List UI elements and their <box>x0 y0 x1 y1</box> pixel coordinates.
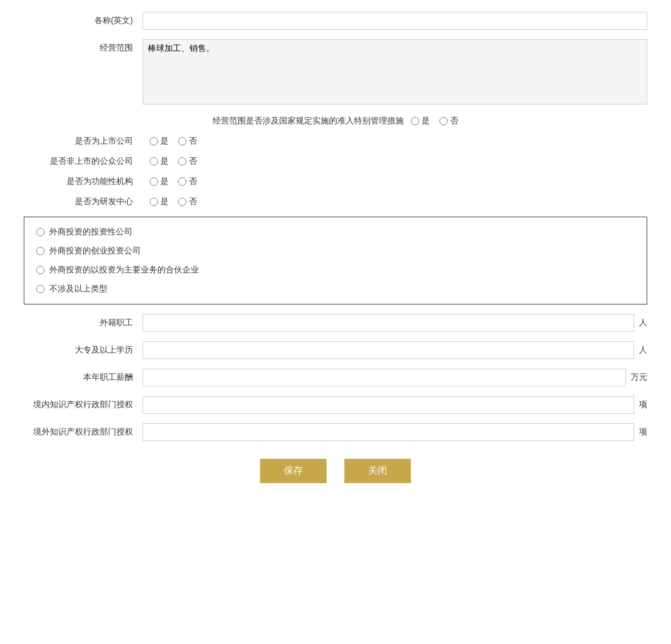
domestic-ip-label: 境内知识产权行政部门授权 <box>24 399 143 410</box>
functional-no-label: 否 <box>189 176 197 187</box>
business-scope-textarea[interactable]: 棒球加工、销售。 <box>143 39 647 104</box>
listed-no-label: 否 <box>189 136 197 147</box>
non-listed-no-label: 否 <box>189 156 197 167</box>
functional-yes[interactable]: 是 <box>150 176 169 187</box>
listed-company-row: 是否为上市公司 是 否 <box>24 136 647 147</box>
annual-salary-input[interactable] <box>143 369 626 386</box>
college-above-label: 大专及以上学历 <box>24 345 143 356</box>
functional-no[interactable]: 否 <box>178 176 197 187</box>
non-listed-yes[interactable]: 是 <box>150 156 169 167</box>
special-management-no-label: 否 <box>450 116 458 126</box>
foreign-ip-input[interactable] <box>143 423 634 441</box>
investment-type-box: 外商投资的投资性公司 外商投资的创业投资公司 外商投资的以投资为主要业务的合伙企… <box>24 217 647 304</box>
investment-type-row-3[interactable]: 外商投资的以投资为主要业务的合伙企业 <box>36 265 635 275</box>
investment-type-radio-2[interactable] <box>36 247 45 255</box>
investment-type-label-3: 外商投资的以投资为主要业务的合伙企业 <box>49 265 199 275</box>
rd-yes-label: 是 <box>160 196 169 207</box>
save-button[interactable]: 保存 <box>260 459 327 483</box>
investment-type-row-4[interactable]: 不涉及以上类型 <box>36 284 635 294</box>
special-management-radio-group: 是 否 <box>404 116 458 126</box>
name-en-input[interactable] <box>143 12 647 30</box>
foreign-employees-unit: 人 <box>639 318 647 328</box>
annual-salary-unit: 万元 <box>631 372 647 383</box>
rd-yes[interactable]: 是 <box>150 196 169 207</box>
functional-institution-row: 是否为功能性机构 是 否 <box>24 176 647 187</box>
rd-center-row: 是否为研发中心 是 否 <box>24 196 647 207</box>
non-listed-yes-label: 是 <box>160 156 169 167</box>
special-management-label: 经营范围是否涉及国家规定实施的准入特别管理措施 <box>213 116 404 126</box>
button-row: 保存 关闭 <box>24 459 647 483</box>
investment-type-radio-4[interactable] <box>36 285 45 293</box>
investment-type-label-2: 外商投资的创业投资公司 <box>49 246 141 256</box>
name-en-row: 各称(英文) <box>24 12 647 30</box>
college-above-unit: 人 <box>639 345 647 356</box>
business-scope-row: 经营范围 棒球加工、销售。 <box>24 39 647 106</box>
business-scope-textarea-wrap: 棒球加工、销售。 <box>143 39 647 106</box>
functional-institution-label: 是否为功能性机构 <box>24 176 143 187</box>
college-above-input[interactable] <box>143 341 634 359</box>
functional-yes-label: 是 <box>160 176 169 187</box>
investment-type-row-2[interactable]: 外商投资的创业投资公司 <box>36 246 635 256</box>
investment-type-radio-1[interactable] <box>36 228 45 236</box>
rd-no-label: 否 <box>189 196 197 207</box>
rd-center-label: 是否为研发中心 <box>24 196 143 207</box>
form-container: 各称(英文) 经营范围 棒球加工、销售。 经营范围是否涉及国家规定实施的准入特别… <box>24 12 647 483</box>
domestic-ip-unit: 项 <box>639 399 647 410</box>
non-listed-no[interactable]: 否 <box>178 156 197 167</box>
special-management-no[interactable]: 否 <box>439 116 458 126</box>
listed-no[interactable]: 否 <box>178 136 197 147</box>
investment-type-label-4: 不涉及以上类型 <box>49 284 107 294</box>
college-above-row: 大专及以上学历 人 <box>24 341 647 359</box>
annual-salary-row: 本年职工薪酬 万元 <box>24 369 647 386</box>
special-management-row: 经营范围是否涉及国家规定实施的准入特别管理措施 是 否 <box>24 116 647 126</box>
special-management-yes-label: 是 <box>422 116 430 126</box>
listed-company-label: 是否为上市公司 <box>24 136 143 147</box>
investment-type-radio-3[interactable] <box>36 266 45 274</box>
foreign-ip-label: 境外知识产权行政部门授权 <box>24 427 143 437</box>
foreign-employees-input[interactable] <box>143 314 634 332</box>
listed-yes[interactable]: 是 <box>150 136 169 147</box>
name-en-label: 各称(英文) <box>24 15 143 26</box>
foreign-ip-unit: 项 <box>639 427 647 437</box>
listed-yes-label: 是 <box>160 136 169 147</box>
investment-type-label-1: 外商投资的投资性公司 <box>49 227 132 237</box>
non-listed-public-label: 是否非上市的公众公司 <box>24 156 143 167</box>
annual-salary-label: 本年职工薪酬 <box>24 372 143 383</box>
non-listed-public-row: 是否非上市的公众公司 是 否 <box>24 156 647 167</box>
foreign-employees-label: 外籍职工 <box>24 318 143 328</box>
non-listed-public-radio-group: 是 否 <box>143 156 197 167</box>
functional-institution-radio-group: 是 否 <box>143 176 197 187</box>
foreign-ip-row: 境外知识产权行政部门授权 项 <box>24 423 647 441</box>
listed-company-radio-group: 是 否 <box>143 136 197 147</box>
foreign-employees-row: 外籍职工 人 <box>24 314 647 332</box>
domestic-ip-input[interactable] <box>143 396 634 414</box>
special-management-yes[interactable]: 是 <box>411 116 430 126</box>
rd-center-radio-group: 是 否 <box>143 196 197 207</box>
rd-no[interactable]: 否 <box>178 196 197 207</box>
close-button[interactable]: 关闭 <box>344 459 411 483</box>
business-scope-label: 经营范围 <box>24 39 143 53</box>
investment-type-row-1[interactable]: 外商投资的投资性公司 <box>36 227 635 237</box>
domestic-ip-row: 境内知识产权行政部门授权 项 <box>24 396 647 414</box>
